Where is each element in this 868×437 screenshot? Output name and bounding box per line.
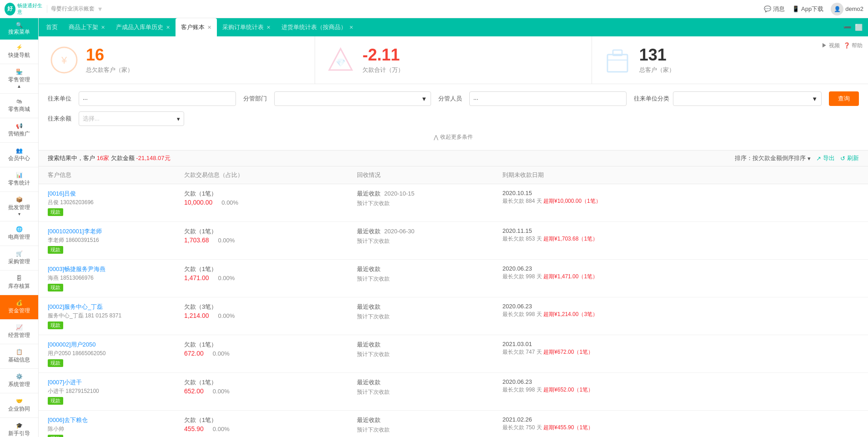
results-bar: 搜索结果中，客户 16家 欠款金额 -21,148.07元 排序：按欠款金额倒序… <box>39 151 868 166</box>
overdue-link-2[interactable]: 超期¥1,703.68（1笔） <box>543 236 598 242</box>
maximize-icon[interactable]: ⬜ <box>855 24 863 31</box>
collapse-icon: ⋀ <box>434 134 438 141</box>
logo: 好 畅捷通好生意 <box>5 3 43 15</box>
overdue-link-5[interactable]: 超期¥672.00（1笔） <box>543 349 593 355</box>
video-btn[interactable]: ▶ 视频 <box>822 42 839 50</box>
dept-select[interactable]: ▼ <box>274 91 431 106</box>
from-unit-input[interactable]: ··· <box>79 91 236 106</box>
customer-tag-4: 现款 <box>48 321 63 329</box>
tab-purchase-order[interactable]: 采购订单统计表 ✕ <box>217 18 276 36</box>
unit-category-select[interactable]: ▼ <box>673 91 822 106</box>
customer-tag-1: 现款 <box>48 208 63 216</box>
app-download-btn[interactable]: 📱 App下载 <box>792 5 823 13</box>
customer-sub-3: 海燕 18513066976 <box>48 274 184 282</box>
customer-name-4[interactable]: [0002]服务中心_丁磊 <box>48 303 184 311</box>
debt-customers-number: 16 <box>86 46 133 64</box>
sidebar-item-purchase[interactable]: 🛒 采购管理 <box>0 246 38 271</box>
tab-close-customer-account[interactable]: ✕ <box>207 25 211 30</box>
svg-text:¥: ¥ <box>61 55 67 66</box>
results-actions: 排序：按欠款金额倒序排序 ▾ ↗ 导出 ↺ 刷新 <box>735 154 859 162</box>
customer-name-2[interactable]: [0001020001]李老师 <box>48 227 184 236</box>
sidebar-item-finance[interactable]: 💰 资金管理 <box>0 295 38 320</box>
from-unit-label: 往来单位 <box>48 95 75 103</box>
tab-inventory-stats[interactable]: 进货单统计表（按商品） ✕ <box>276 18 359 36</box>
messages-btn[interactable]: 💬 消息 <box>764 5 785 13</box>
total-customers-icon <box>603 45 632 75</box>
customer-sub-4: 服务中心_丁磊 181 0125 8371 <box>48 312 184 320</box>
customer-name-3[interactable]: [0003]畅捷服务尹海燕 <box>48 265 184 273</box>
logo-icon: 好 <box>5 3 15 15</box>
sidebar-item-ops-mgmt[interactable]: 📈 经营管理 <box>0 320 38 344</box>
customer-name-7[interactable]: [0006]去下粮仓 <box>48 416 184 424</box>
overdue-link-4[interactable]: 超期¥1,214.00（3笔） <box>543 311 598 317</box>
overdue-link-7[interactable]: 超期¥455.90（1笔） <box>543 424 593 431</box>
total-customers-number: 131 <box>639 46 675 64</box>
sort-select[interactable]: 排序：按欠款金额倒序排序 ▾ <box>735 154 811 162</box>
export-btn[interactable]: ↗ 导出 <box>816 154 835 162</box>
debt-info-2: 欠款（1笔） 1,703.68 0.00% <box>184 227 357 244</box>
table-row: [0001020001]李老师 李老师 18600391516 现款 欠款（1笔… <box>39 222 868 260</box>
customer-tag-6: 现款 <box>48 397 63 405</box>
tab-close-products-off[interactable]: ✕ <box>101 25 105 30</box>
table-row: [0016]吕俊 吕俊 13026203696 现款 欠款（1笔） 10,000… <box>39 184 868 222</box>
sidebar-item-batch-mgmt[interactable]: 📦 批发管理 ▾ <box>0 192 38 221</box>
sidebar-item-inventory[interactable]: 🗄 库存核算 <box>0 271 38 295</box>
svg-text:💎: 💎 <box>336 58 346 68</box>
sidebar-item-system[interactable]: ⚙️ 系统管理 <box>0 369 38 393</box>
customer-info-5: [000002]用户2050 用户2050 18665062050 现款 <box>48 341 184 367</box>
sidebar-item-retail-mgmt[interactable]: 🏪 零售管理 ▲ <box>0 64 38 94</box>
customer-info-4: [0002]服务中心_丁磊 服务中心_丁磊 181 0125 8371 现款 <box>48 303 184 329</box>
tab-close-production-history[interactable]: ✕ <box>166 25 170 30</box>
page-content: ¥ 16 总欠款客户（家） 💎 -2.11 欠款合计（万） <box>39 36 868 437</box>
sidebar-item-retail-mall[interactable]: 🛍 零售商城 <box>0 94 38 118</box>
suite-dropdown[interactable]: ▾ <box>98 5 102 13</box>
sidebar-item-basic-info[interactable]: 📋 基础信息 <box>0 344 38 369</box>
tab-home[interactable]: 首页 <box>40 18 63 36</box>
stat-card-debt-customers: ¥ 16 总欠款客户（家） <box>39 36 315 84</box>
user-profile[interactable]: 👤 demo2 <box>831 3 863 15</box>
sidebar-item-enterprise[interactable]: 🤝 企业协同 <box>0 393 38 418</box>
customer-name-6[interactable]: [0007]小进干 <box>48 378 184 387</box>
customer-sub-7: 陈小帅 <box>48 425 184 433</box>
customer-tag-2: 现款 <box>48 246 63 254</box>
refresh-btn[interactable]: ↺ 刷新 <box>840 154 859 162</box>
overdue-link-6[interactable]: 超期¥652.00（1笔） <box>543 387 593 393</box>
customer-name-5[interactable]: [000002]用户2050 <box>48 341 184 349</box>
balance-select[interactable]: 选择... ▾ <box>79 111 184 126</box>
filter-person: 分管人员 ··· <box>438 91 627 106</box>
help-btn[interactable]: ❓ 帮助 <box>843 42 863 50</box>
tab-production-history[interactable]: 产成品入库单历史 ✕ <box>110 18 176 36</box>
customer-name-1[interactable]: [0016]吕俊 <box>48 190 184 198</box>
sidebar-item-ecommerce[interactable]: 🌐 电商管理 <box>0 221 38 246</box>
person-input[interactable]: ··· <box>469 91 627 106</box>
sidebar-item-marketing[interactable]: 📢 营销推广 <box>0 118 38 143</box>
minimize-icon[interactable]: ➖ <box>843 24 851 31</box>
customer-sub-6: 小进干 18279152100 <box>48 387 184 395</box>
tab-close-inventory-stats[interactable]: ✕ <box>349 25 353 30</box>
overdue-link-1[interactable]: 超期¥10,000.00（1笔） <box>543 198 601 204</box>
tab-customer-account[interactable]: 客户账本 ✕ <box>176 18 217 36</box>
customer-info-1: [0016]吕俊 吕俊 13026203696 现款 <box>48 190 184 216</box>
overdue-link-3[interactable]: 超期¥1,471.00（1笔） <box>543 273 598 280</box>
sidebar-item-quick-nav[interactable]: ⚡ 快捷导航 <box>0 40 38 64</box>
svg-rect-4 <box>607 55 627 72</box>
tab-close-purchase-order[interactable]: ✕ <box>266 25 271 30</box>
search-button[interactable]: 查询 <box>829 91 859 106</box>
sidebar-item-newbie[interactable]: 🎓 新手引导 <box>0 418 38 437</box>
stat-card-total-customers: 131 总客户（家） ▶ 视频 ❓ 帮助 <box>592 36 868 84</box>
overdue-info-7: 2021.02.26 最长欠款 750 天 超期¥455.90（1笔） <box>502 416 859 432</box>
collapse-filters-btn[interactable]: ⋀ 收起更多条件 <box>48 131 859 143</box>
recovery-info-3: 最近收款 预计下次收款 <box>357 265 502 283</box>
overdue-info-3: 2020.06.23 最长欠款 998 天 超期¥1,471.00（1笔） <box>502 265 859 281</box>
header-customer-info: 客户信息 <box>48 171 184 179</box>
filter-balance: 往来余额 选择... ▾ <box>48 111 184 126</box>
sidebar-search[interactable]: 🔍 搜索菜单 <box>0 18 38 40</box>
tab-products-off[interactable]: 商品上下架 ✕ <box>63 18 110 36</box>
sidebar-item-member[interactable]: 👥 会员中心 <box>0 143 38 167</box>
recovery-info-1: 最近收款2020-10-15 预计下次收款 <box>357 190 502 207</box>
table-row: [0006]去下粮仓 陈小帅 现款 欠款（1笔） 455.90 0.00% <box>39 411 868 437</box>
sidebar-item-retail-stats[interactable]: 📊 零售统计 <box>0 167 38 192</box>
filter-row-2: 往来余额 选择... ▾ <box>48 111 859 126</box>
customer-sub-1: 吕俊 13026203696 <box>48 199 184 206</box>
debt-info-4: 欠款（3笔） 1,214.00 0.00% <box>184 303 357 319</box>
